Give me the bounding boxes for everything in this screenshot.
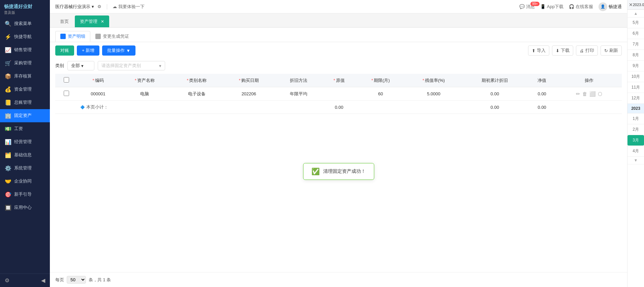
collapse-icon[interactable]: ◀ [41,277,45,284]
company-selector[interactable]: 医疗器械行业演示 ▾ [55,4,94,10]
date-item-8[interactable]: 2023 [627,104,644,114]
tab-close-icon[interactable]: ✕ [101,19,104,24]
right-panel-year: 2023.03 [633,3,644,7]
sidebar-item-quicknav[interactable]: ⚡快捷导航 [0,30,50,43]
success-toast: ✅ 清理固定资产成功！ [303,163,374,180]
sidebar-item-appstore[interactable]: 🔲应用中心 [0,201,50,214]
sidebar-icon-inventory: 📦 [5,73,11,79]
sidebar-item-base[interactable]: 🗂️基础信息 [0,149,50,162]
row-checkbox [55,87,78,101]
sidebar-label-fund: 资金管理 [14,86,32,92]
right-panel-close-icon[interactable]: ✕ [629,2,633,7]
subtab-voucher[interactable]: 变更生成凭证 [90,31,134,42]
row-name: 电脑 [119,87,171,101]
sidebar-item-fixed[interactable]: 🏢固定资产 [0,109,50,122]
sidebar-item-inventory[interactable]: 📦库存核算 [0,70,50,83]
download-btn[interactable]: ⬇ 下载 [552,45,573,56]
online-service-btn[interactable]: 🎧 在线客服 [569,4,593,10]
sidebar-item-search[interactable]: 🔍搜索菜单 [0,17,50,30]
sidebar-item-salary[interactable]: 💵工资 [0,122,50,135]
import-btn[interactable]: ⬆ 导入 [528,45,549,56]
date-item-10[interactable]: 2月 [627,124,644,135]
settings-btn[interactable]: ⚙ [97,4,101,9]
row-period: 60 [356,87,405,101]
th-residual-rate: *残值率(%) [405,74,462,87]
more-icon[interactable]: ⬡ [598,91,602,97]
sidebar: 畅捷通好业财 普及版 🔍搜索菜单⚡快捷导航📈销售管理🛒采购管理📦库存核算💰资金管… [0,0,50,287]
batch-btn[interactable]: 批量操作 ▼ [102,45,135,56]
sidebar-label-guide: 新手引导 [14,191,32,197]
sidebar-label-purchase: 采购管理 [14,60,32,66]
edit-icon[interactable]: ✏ [576,91,580,97]
total-text: 条，共 1 条 [89,277,111,283]
sidebar-label-ops: 经营管理 [14,139,32,145]
user-menu[interactable]: 👤 畅捷通 [599,2,622,11]
settings-icon[interactable]: ⚙ [5,277,9,284]
row-select-checkbox[interactable] [64,91,69,96]
select-all-checkbox[interactable] [64,77,69,83]
refresh-icon: ↻ [604,48,608,53]
date-item-1[interactable]: 6月 [627,28,644,39]
date-item-11[interactable]: 3月 [627,135,644,146]
sidebar-item-ops[interactable]: 📊经营管理 [0,135,50,149]
delete-icon[interactable]: 🗑 [582,91,587,97]
add-btn[interactable]: + 新增 [77,45,99,56]
app-download-btn[interactable]: 📱 App下载 [540,4,563,10]
app-logo: 畅捷通好业财 普及版 [0,0,50,17]
company-name: 医疗器械行业演示 [55,4,90,10]
date-item-2[interactable]: 7月 [627,39,644,50]
sidebar-item-system[interactable]: ⚙️系统管理 [0,162,50,175]
sidebar-item-ledger[interactable]: 📒总账管理 [0,96,50,109]
filter-asset-category-input[interactable]: 请选择固定资产类别 ▾ [98,61,165,70]
date-item-5[interactable]: 10月 [627,71,644,82]
date-item-0[interactable]: 5月 [627,18,644,28]
sidebar-label-sales: 销售管理 [14,47,32,53]
msg-icon: 💬 [519,4,525,9]
subtab-asset-detail[interactable]: 资产明细 [55,31,90,42]
filter-category-select[interactable]: 全部 ▾ [67,61,94,70]
sidebar-item-fund[interactable]: 💰资金管理 [0,83,50,96]
row-buy-date: 202206 [223,87,275,101]
per-page-label: 每页 [55,277,64,283]
date-scroll-up[interactable]: ▲ [627,10,644,18]
date-item-6[interactable]: 11月 [627,82,644,93]
experience-btn[interactable]: ☁ 我要体验一下 [113,4,145,10]
date-scroll-down[interactable]: ▼ [627,157,644,164]
toast-message: 清理固定资产成功！ [323,168,366,174]
sidebar-label-quicknav: 快捷导航 [14,34,32,40]
app-sub: 普及版 [4,10,46,15]
sidebar-item-partner[interactable]: 🤝企业协同 [0,175,50,188]
sidebar-item-sales[interactable]: 📈销售管理 [0,43,50,57]
message-btn[interactable]: 💬 消息 99+ [519,4,535,10]
copy-icon[interactable]: ⬜ [589,91,596,97]
row-depreciation: 年限平均 [275,87,322,101]
username: 畅捷通 [609,4,622,10]
th-checkbox [55,74,78,87]
print-btn[interactable]: 🖨 打印 [576,45,598,56]
sidebar-item-purchase[interactable]: 🛒采购管理 [0,57,50,70]
tab-asset[interactable]: 资产管理 ✕ [75,15,109,27]
per-page-select[interactable]: 50 100 200 [67,276,86,284]
service-icon: 🎧 [569,4,574,9]
toolbar-right: ⬆ 导入 ⬇ 下载 🖨 打印 ↻ 刷新 [528,45,622,56]
th-buy-date: *购买日期 [223,74,275,87]
sidebar-icon-quicknav: ⚡ [5,34,11,40]
refresh-btn[interactable]: ↻ 刷新 [601,45,622,56]
reconcile-btn[interactable]: 对账 [55,45,74,56]
date-item-4[interactable]: 9月 [627,61,644,71]
sidebar-label-inventory: 库存核算 [14,73,32,79]
tab-home[interactable]: 首页 [55,16,73,27]
sidebar-item-guide[interactable]: 🎯新手引导 [0,188,50,201]
subtotal-empty-period [356,101,405,114]
th-initial-acc-dep: 期初累计折旧 [462,74,527,87]
date-item-3[interactable]: 8月 [627,50,644,61]
pagination: 每页 50 100 200 条，共 1 条 [50,272,627,287]
date-item-9[interactable]: 1月 [627,114,644,124]
filter-input-arrow: ▾ [159,63,161,68]
category-dropdown-icon: ▾ [81,63,84,68]
th-depreciation: 折旧方法 [275,74,322,87]
date-item-7[interactable]: 12月 [627,93,644,104]
subtotal-label-text: 本页小计： [86,104,108,110]
date-item-12[interactable]: 4月 [627,146,644,157]
msg-badge: 99+ [530,2,540,6]
